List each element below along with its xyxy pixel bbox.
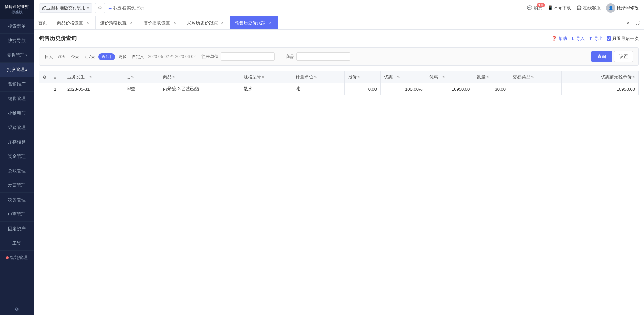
user-info[interactable]: 👤 徐泽华修改 (606, 3, 639, 13)
col-discount1-label: 优惠... (384, 74, 396, 80)
col-more[interactable]: ... ⇅ (123, 71, 159, 83)
filter-bar: 日期 昨天 今天 近7天 近1月 更多 自定义 2023-05-02 至 202… (39, 47, 639, 66)
online-service-label: 在线客服 (583, 5, 601, 11)
tab-sale-history[interactable]: 销售历史价跟踪 × (230, 16, 278, 30)
sidebar-item-finance[interactable]: 资金管理 (0, 149, 34, 164)
date-option-more[interactable]: 更多 (116, 53, 129, 60)
sidebar-item-fixed-assets[interactable]: 固定资产 (0, 222, 34, 236)
phone-icon: 📱 (548, 5, 553, 10)
query-btn[interactable]: 查询 (591, 51, 612, 62)
tab-close-icon[interactable]: × (85, 20, 91, 26)
tab-close-icon[interactable]: × (172, 20, 177, 26)
sidebar-item-smart[interactable]: 智能管理 (0, 251, 34, 265)
col-qty-label: 数量 (477, 74, 486, 80)
col-spec[interactable]: 规格型号 ⇅ (240, 71, 292, 83)
sidebar-item-retail[interactable]: 零售管理 ▾ (0, 48, 34, 63)
settings-icon-btn[interactable]: ⚙ (95, 3, 105, 13)
col-qty[interactable]: 数量 ⇅ (473, 71, 509, 83)
version-selector[interactable]: 好业财标准版交付试用 ▾ (39, 3, 92, 13)
sidebar-item-purchase[interactable]: 采购管理 (0, 120, 34, 135)
product-filter-group: 商品 ... (286, 53, 356, 61)
col-trade-type-label: 交易类型 (513, 74, 530, 80)
online-service-btn[interactable]: 🎧 在线客服 (576, 5, 601, 11)
sort-icon: ⇅ (314, 75, 317, 79)
version-selector-text: 好业财标准版交付试用 (42, 5, 86, 11)
import-btn[interactable]: ⬇ 导入 (571, 36, 585, 42)
message-btn[interactable]: 💬 消息 99+ (527, 5, 542, 11)
app-name: 畅捷通好业财 (3, 4, 31, 10)
date-option-today[interactable]: 今天 (69, 53, 81, 60)
chevron-down-icon: ▾ (25, 53, 27, 57)
tab-bar-actions: ✕ ⛶ (621, 19, 644, 27)
row-pretax-price: 10950.00 (617, 86, 635, 92)
sidebar-item-wholesale[interactable]: 批发管理 ▴ (0, 63, 34, 77)
cell-price: 0.00 (345, 83, 381, 95)
help-icon: ❓ (551, 36, 557, 41)
col-price-label: 报价 (348, 74, 357, 80)
cell-unit: 吨 (292, 83, 344, 95)
date-option-custom[interactable]: 自定义 (130, 53, 146, 60)
sidebar-item-quick-nav[interactable]: 快捷导航 (0, 34, 34, 48)
gear-icon: ⚙ (43, 75, 47, 80)
product-input[interactable] (296, 53, 350, 61)
sidebar-settings-btn[interactable]: ⚙ (0, 303, 34, 315)
col-trade-type[interactable]: 交易类型 ⇅ (509, 71, 562, 83)
product-more-btn[interactable]: ... (352, 54, 356, 59)
tab-sale-price-extract[interactable]: 售价提取设置 × (139, 16, 182, 30)
col-num: # (50, 71, 64, 83)
sidebar-item-general-ledger[interactable]: 总账管理 (0, 164, 34, 178)
sort-icon: ⇅ (172, 75, 175, 79)
help-btn[interactable]: ❓ 帮助 (551, 36, 567, 42)
col-date-label: 业务发生... (67, 74, 88, 80)
col-discount2[interactable]: 优惠... ⇅ (426, 71, 473, 83)
sidebar-item-sales[interactable]: 销售管理 (0, 92, 34, 106)
col-price[interactable]: 报价 ⇅ (345, 71, 381, 83)
col-discount1[interactable]: 优惠... ⇅ (381, 71, 426, 83)
only-last-checkbox[interactable] (607, 36, 611, 41)
date-option-7days[interactable]: 近7天 (82, 53, 97, 60)
tab-close-icon[interactable]: × (267, 20, 273, 26)
date-option-1month[interactable]: 近1月 (98, 53, 115, 60)
source-input[interactable] (221, 53, 275, 61)
sort-icon: ⇅ (131, 75, 134, 79)
message-badge: 99+ (537, 3, 545, 7)
only-last-toggle[interactable]: 只看最后一次 (607, 36, 639, 42)
username: 徐泽华修改 (617, 5, 639, 11)
col-gear[interactable]: ⚙ (39, 71, 50, 83)
col-date[interactable]: 业务发生... ⇅ (64, 71, 123, 83)
col-product[interactable]: 商品 ⇅ (159, 71, 240, 83)
cell-more: 华查... (123, 83, 159, 95)
tab-label: 进价策略设置 (100, 20, 127, 26)
sidebar-item-inventory[interactable]: 库存核算 (0, 135, 34, 149)
sidebar-item-marketing[interactable]: 营销推广 (0, 77, 34, 92)
tab-purchase-history[interactable]: 采购历史价跟踪 × (182, 16, 230, 30)
tab-close-window-btn[interactable]: ✕ (624, 19, 632, 27)
tab-home[interactable]: 首页 (34, 16, 52, 30)
demo-link[interactable]: ☁ 我要看实例演示 (108, 5, 144, 11)
sort-icon: ⇅ (632, 75, 635, 79)
sidebar-item-label: 税务管理 (8, 197, 26, 203)
sidebar-item-search[interactable]: 搜索菜单 (0, 19, 34, 34)
col-unit[interactable]: 计量单位 ⇅ (292, 71, 344, 83)
tab-close-icon[interactable]: × (129, 20, 134, 26)
sidebar-item-xiaochang[interactable]: 小畅电商 (0, 106, 34, 120)
col-pretax-price-label: 优惠前无税单价 (601, 74, 632, 80)
sidebar-item-tax[interactable]: 税务管理 (0, 193, 34, 207)
cell-trade-type (509, 83, 562, 95)
col-pretax-price[interactable]: 优惠前无税单价 ⇅ (562, 71, 639, 83)
app-download-btn[interactable]: 📱 App下载 (548, 5, 571, 11)
export-btn[interactable]: ⬆ 导出 (589, 36, 603, 42)
tab-product-price[interactable]: 商品价格设置 × (52, 16, 96, 30)
date-filter-group: 日期 昨天 今天 近7天 近1月 更多 自定义 2023-05-02 至 202… (45, 53, 196, 60)
sidebar-item-salary[interactable]: 工资 (0, 236, 34, 251)
source-more-btn[interactable]: ... (277, 54, 280, 59)
sidebar-item-ecommerce[interactable]: 电商管理 (0, 207, 34, 222)
tab-close-icon[interactable]: × (220, 20, 225, 26)
row-discount2: 10950.00 (452, 86, 470, 92)
sidebar-item-invoice[interactable]: 发票管理 (0, 178, 34, 193)
tab-purchase-strategy[interactable]: 进价策略设置 × (96, 16, 139, 30)
sort-icon: ⇅ (486, 75, 489, 79)
tab-maximize-btn[interactable]: ⛶ (633, 19, 641, 27)
settings-btn[interactable]: 设置 (614, 51, 633, 62)
date-option-yesterday[interactable]: 昨天 (56, 53, 68, 60)
